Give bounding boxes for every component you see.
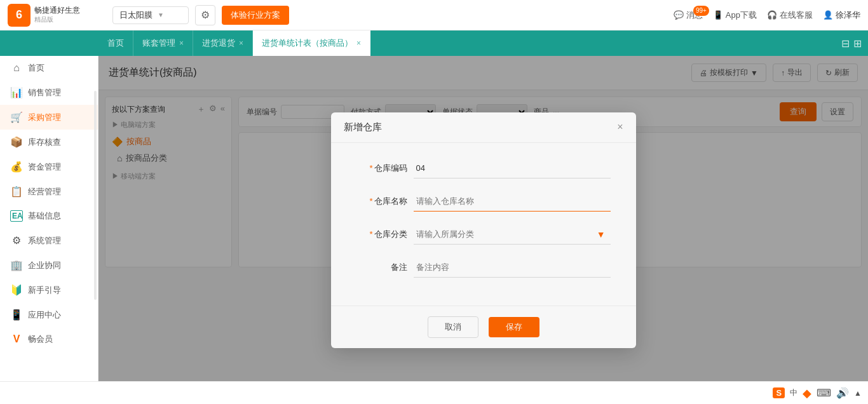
user-icon: 👤: [823, 10, 833, 20]
form-row-remark: 备注: [356, 257, 611, 278]
tab-purchase-stat-label: 进货单统计表（按商品）: [262, 37, 353, 49]
sidebar-item-home[interactable]: ⌂ 首页: [0, 56, 98, 80]
tab-bar: 首页 账套管理 × 进货退货 × 进货单统计表（按商品） × ⊟ ⊞: [0, 30, 868, 56]
enterprise-icon: 🏢: [10, 259, 23, 271]
sidebar-scrollbar: [94, 91, 97, 300]
warehouse-category-input[interactable]: [414, 224, 611, 245]
inventory-icon: 📦: [10, 136, 23, 148]
sidebar-item-finance-label: 资金管理: [28, 161, 61, 173]
user-name: 徐泽华: [836, 10, 860, 21]
trial-button[interactable]: 体验行业方案: [222, 6, 289, 25]
save-button[interactable]: 保存: [489, 317, 539, 337]
chinese-input-icon[interactable]: 中: [790, 387, 797, 398]
sidebar-item-vip-label: 畅会员: [28, 333, 53, 345]
finance-icon: 💰: [10, 161, 23, 173]
sidebar-item-system[interactable]: ⚙ 系统管理: [0, 228, 98, 253]
remark-input[interactable]: [414, 257, 611, 278]
logo-area: 6 畅捷通好生意 精品版: [8, 4, 106, 27]
sidebar-item-basicinfo-label: 基础信息: [28, 210, 61, 222]
tab-account-label: 账套管理: [142, 37, 175, 49]
sidebar-item-purchase[interactable]: 🛒 采购管理: [0, 105, 98, 130]
code-label: *仓库编码: [356, 163, 407, 174]
app-name: 畅捷通好生意: [34, 6, 80, 16]
sidebar-item-apps-label: 应用中心: [28, 309, 61, 321]
message-icon: 💬: [674, 10, 684, 20]
sidebar-item-guide[interactable]: 🔰 新手引导: [0, 278, 98, 302]
sidebar-item-enterprise-label: 企业协同: [28, 260, 61, 271]
volume-bottom-icon[interactable]: 🔊: [836, 387, 849, 399]
modal-body: *仓库编码 *仓库名称 *仓库分类: [331, 143, 636, 306]
sidebar: ⌂ 首页 📊 销售管理 🛒 采购管理 📦 库存核查 💰 资金管理 📋 经营管理 …: [0, 56, 98, 404]
sidebar-item-sales-label: 销售管理: [28, 87, 61, 98]
name-label: *仓库名称: [356, 196, 407, 207]
settings-button[interactable]: ⚙: [195, 5, 215, 25]
basicinfo-icon: EA: [10, 210, 23, 222]
new-warehouse-modal: 新增仓库 × *仓库编码 *仓库名称: [331, 112, 636, 348]
sidebar-item-vip[interactable]: V 畅会员: [0, 327, 98, 351]
code-required: *: [369, 163, 372, 173]
arrow-down-icon[interactable]: ▲: [854, 389, 862, 398]
tab-account-close[interactable]: ×: [179, 39, 184, 48]
app-download-button[interactable]: 📱 App下载: [713, 10, 757, 21]
tab-purchase-stat[interactable]: 进货单统计表（按商品） ×: [253, 30, 370, 56]
user-menu[interactable]: 👤 徐泽华: [823, 10, 860, 21]
tab-purchase-return-close[interactable]: ×: [239, 39, 243, 48]
sidebar-item-apps[interactable]: 📱 应用中心: [0, 302, 98, 327]
modal-close-button[interactable]: ×: [617, 121, 623, 133]
home-icon: ⌂: [10, 62, 23, 74]
sidebar-item-finance[interactable]: 💰 资金管理: [0, 154, 98, 179]
warehouse-code-input[interactable]: [414, 158, 611, 178]
sidebar-item-operations-label: 经营管理: [28, 186, 61, 198]
tab-minimize-button[interactable]: ⊟: [841, 37, 850, 50]
tab-purchase-return[interactable]: 进货退货 ×: [193, 30, 253, 56]
store-name: 日太阳膜: [119, 10, 153, 21]
messages-button[interactable]: 💬 消息 99+: [674, 10, 703, 21]
warehouse-name-input[interactable]: [414, 191, 611, 212]
sales-icon: 📊: [10, 86, 23, 98]
sidebar-item-basicinfo[interactable]: EA 基础信息: [0, 204, 98, 228]
gear-icon: ⚙: [201, 9, 210, 21]
name-required: *: [369, 196, 372, 206]
tab-actions: ⊟ ⊞: [841, 37, 868, 50]
purchase-icon: 🛒: [10, 111, 23, 123]
apps-icon: 📱: [10, 309, 23, 321]
app-badge: 精品版: [34, 15, 80, 24]
category-required: *: [369, 229, 372, 239]
sidebar-item-operations[interactable]: 📋 经营管理: [0, 179, 98, 204]
dot-icon: ◆: [803, 386, 811, 400]
main-content: 进货单统计(按商品) 🖨 按模板打印 ▼ ↑ 导出 ↻ 刷新: [98, 56, 868, 404]
tab-home[interactable]: 首页: [98, 30, 133, 56]
modal-overlay: 新增仓库 × *仓库编码 *仓库名称: [98, 56, 868, 404]
vip-icon: V: [10, 333, 23, 345]
tab-purchase-stat-close[interactable]: ×: [356, 39, 361, 48]
cancel-button[interactable]: 取消: [428, 316, 478, 338]
category-label: *仓库分类: [356, 229, 407, 240]
tab-maximize-button[interactable]: ⊞: [853, 37, 862, 50]
form-row-category: *仓库分类 ▼: [356, 224, 611, 245]
guide-icon: 🔰: [10, 284, 23, 296]
phone-icon: 📱: [713, 10, 723, 20]
top-header: 6 畅捷通好生意 精品版 日太阳膜 ▼ ⚙ 体验行业方案 💬 消息 99+ 📱 …: [0, 0, 868, 30]
form-row-code: *仓库编码: [356, 158, 611, 178]
tab-account[interactable]: 账套管理 ×: [133, 30, 193, 56]
keyboard-icon[interactable]: ⌨: [817, 387, 831, 399]
store-selector[interactable]: 日太阳膜 ▼: [112, 6, 189, 24]
bottom-bar: S 中 ◆ ⌨ 🔊 ▲: [0, 381, 868, 404]
sidebar-item-inventory-label: 库存核查: [28, 137, 61, 148]
online-service-button[interactable]: 🎧 在线客服: [767, 10, 813, 21]
store-arrow-icon: ▼: [158, 11, 164, 18]
main-layout: ⌂ 首页 📊 销售管理 🛒 采购管理 📦 库存核查 💰 资金管理 📋 经营管理 …: [0, 56, 868, 404]
modal-header: 新增仓库 ×: [331, 112, 636, 143]
remark-label: 备注: [356, 262, 407, 273]
sidebar-item-home-label: 首页: [28, 62, 44, 74]
sidebar-item-guide-label: 新手引导: [28, 285, 61, 296]
sidebar-item-inventory[interactable]: 📦 库存核查: [0, 130, 98, 154]
category-select-wrapper: ▼: [414, 224, 611, 245]
sidebar-item-sales[interactable]: 📊 销售管理: [0, 80, 98, 105]
tab-home-label: 首页: [107, 37, 124, 49]
sidebar-item-system-label: 系统管理: [28, 235, 61, 246]
modal-title: 新增仓库: [344, 121, 382, 133]
headset-icon: 🎧: [767, 10, 777, 20]
sidebar-item-enterprise[interactable]: 🏢 企业协同: [0, 253, 98, 278]
system-icon: ⚙: [10, 234, 23, 246]
